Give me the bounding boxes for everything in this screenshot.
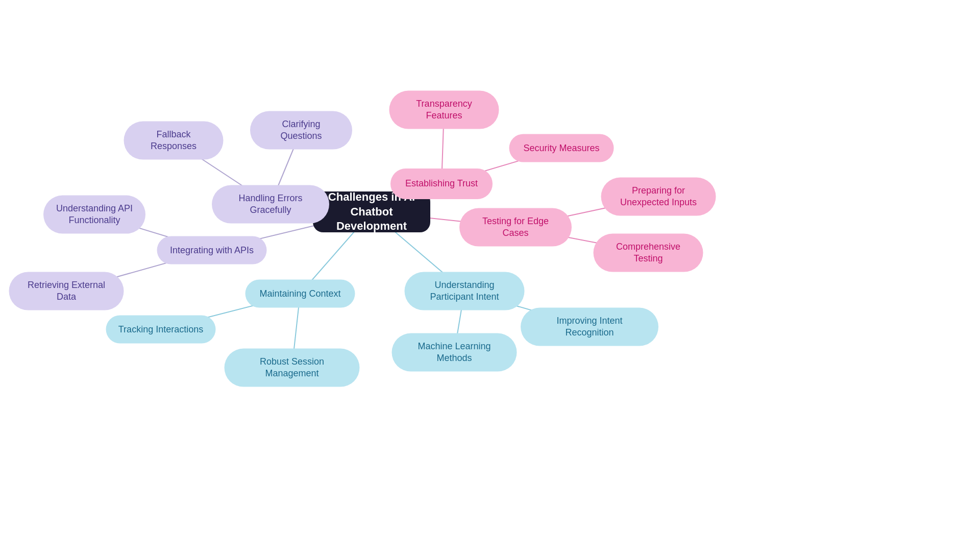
security-measures-node[interactable]: Security Measures: [509, 134, 614, 162]
handling-errors-node[interactable]: Handling Errors Gracefully: [212, 185, 329, 224]
understanding-api-node[interactable]: Understanding API Functionality: [43, 196, 145, 234]
clarifying-questions-node[interactable]: Clarifying Questions: [250, 111, 352, 150]
fallback-responses-node[interactable]: Fallback Responses: [124, 122, 224, 160]
establishing-trust-node[interactable]: Establishing Trust: [390, 169, 493, 199]
mind-map: Challenges in AI Chatbot DevelopmentHand…: [0, 0, 980, 553]
understanding-intent-node[interactable]: Understanding Participant Intent: [405, 272, 525, 310]
robust-session-node[interactable]: Robust Session Management: [225, 349, 360, 387]
machine-learning-node[interactable]: Machine Learning Methods: [392, 333, 517, 372]
testing-edge-cases-node[interactable]: Testing for Edge Cases: [459, 208, 572, 247]
retrieving-external-node[interactable]: Retrieving External Data: [9, 272, 124, 310]
improving-intent-node[interactable]: Improving Intent Recognition: [521, 308, 658, 346]
integrating-apis-node[interactable]: Integrating with APIs: [157, 236, 267, 265]
maintaining-context-node[interactable]: Maintaining Context: [246, 280, 355, 308]
tracking-interactions-node[interactable]: Tracking Interactions: [106, 316, 216, 344]
comprehensive-testing-node[interactable]: Comprehensive Testing: [594, 234, 703, 272]
preparing-unexpected-node[interactable]: Preparing for Unexpected Inputs: [601, 178, 716, 216]
transparency-features-node[interactable]: Transparency Features: [389, 91, 499, 129]
